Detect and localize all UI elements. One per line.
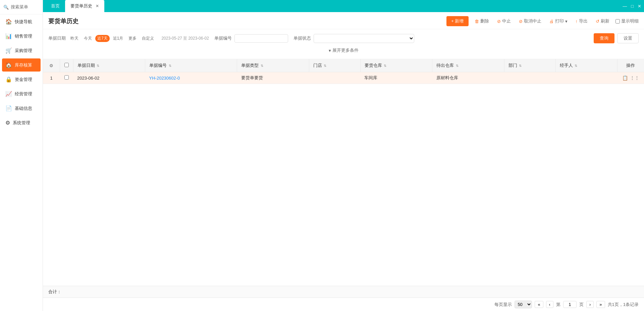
sidebar-item-label: 系统管理 [13, 120, 30, 126]
col-date-label: 单据日期 [77, 63, 95, 68]
doc-number-input[interactable] [234, 34, 288, 43]
sidebar-item-label: 采购管理 [15, 48, 32, 54]
sidebar-item-sales[interactable]: 📊 销售管理 [0, 29, 43, 43]
content-area: 要货单历史 + 新增 🗑 删除 ⊘ 中止 ⊘ 取消中止 🖨 打印 [43, 12, 644, 311]
shortcut-1month[interactable]: 近1月 [111, 35, 125, 42]
summary-label: 合计： [48, 289, 61, 294]
delete-icon: 🗑 [475, 19, 479, 24]
next-page-btn[interactable]: › [586, 301, 594, 308]
delete-label: 删除 [480, 18, 489, 24]
col-handler-header: 经手人 ⇅ [555, 59, 617, 72]
prev-page-btn[interactable]: ‹ [546, 301, 553, 308]
export-button[interactable]: ↑ 导出 [574, 17, 590, 26]
col-req-wh-sort-icon[interactable]: ⇅ [384, 64, 386, 68]
cancel-stop-button[interactable]: ⊘ 取消中止 [517, 17, 543, 26]
row-pending-warehouse: 原材料仓库 [432, 72, 504, 84]
page-label: 第 [556, 302, 560, 308]
print-button[interactable]: 🖨 打印 ▾ [547, 17, 570, 26]
per-page-select[interactable]: 20 50 100 200 [515, 301, 532, 308]
col-dept-sort-icon[interactable]: ⇅ [519, 64, 522, 68]
expand-more-btn[interactable]: ▾ 展开更多条件 [326, 46, 361, 55]
refresh-label: 刷新 [601, 18, 609, 24]
row-handler [555, 72, 617, 84]
maximize-btn[interactable]: □ [631, 4, 634, 9]
col-date-sort-icon[interactable]: ⇅ [97, 64, 99, 68]
delete-button[interactable]: 🗑 删除 [473, 17, 491, 26]
shortcut-more[interactable]: 更多 [126, 35, 139, 42]
filter-area: 单据日期 昨天 今天 近7天 近1月 更多 自定义 2023-05-27 至 2… [43, 29, 644, 59]
sidebar-search[interactable]: 🔍 搜索菜单 [0, 0, 43, 14]
sidebar-item-inventory[interactable]: 🏠 库存核算 [2, 58, 41, 72]
print-label: 打印 [555, 18, 564, 24]
export-icon: ↑ [576, 19, 578, 24]
query-button[interactable]: 查询 [594, 33, 614, 43]
table-gear-icon[interactable]: ⚙ [49, 63, 53, 68]
page-header: 要货单历史 + 新增 🗑 删除 ⊘ 中止 ⊘ 取消中止 🖨 打印 [43, 12, 644, 29]
col-req-wh-label: 要货仓库 [365, 63, 382, 68]
data-table: ⚙ 单据日期 ⇅ 单据编号 ⇅ [43, 59, 644, 84]
main-area: 首页 要货单历史 ✕ — □ ✕ 要货单历史 + 新增 🗑 删除 ⊘ 中 [43, 0, 644, 311]
stop-button[interactable]: ⊘ 中止 [495, 17, 513, 26]
doc-number-filter-group: 单据编号 [214, 34, 288, 43]
total-info: 共1页，1条记录 [608, 302, 639, 308]
minimize-btn[interactable]: — [623, 4, 627, 9]
sidebar-item-operations[interactable]: 📈 经营管理 [0, 87, 43, 101]
col-type-sort-icon[interactable]: ⇅ [261, 64, 263, 68]
sidebar-item-system[interactable]: ⚙ 系统管理 [0, 116, 43, 130]
page-title: 要货单历史 [48, 17, 78, 25]
stop-icon: ⊘ [497, 19, 501, 24]
table-body: 1 2023-06-02 YH-20230602-0 要货单要货 车间库 原材料… [43, 72, 644, 84]
col-store-sort-icon[interactable]: ⇅ [324, 64, 326, 68]
shortcut-today[interactable]: 今天 [82, 35, 94, 42]
expand-icon: ▾ [329, 48, 331, 53]
row-number-link[interactable]: YH-20230602-0 [149, 76, 180, 81]
col-check-header [60, 59, 73, 72]
sidebar-item-purchase[interactable]: 🛒 采购管理 [0, 43, 43, 58]
sidebar-search-label: 搜索菜单 [11, 4, 28, 10]
date-shortcuts: 昨天 今天 近7天 近1月 更多 自定义 [68, 35, 156, 42]
tab-close-icon[interactable]: ✕ [96, 4, 99, 8]
cancel-stop-label: 取消中止 [524, 18, 541, 24]
toolbar: + 新增 🗑 删除 ⊘ 中止 ⊘ 取消中止 🖨 打印 ▾ [446, 16, 639, 26]
add-button[interactable]: + 新增 [446, 16, 468, 26]
col-handler-label: 经手人 [560, 63, 573, 68]
status-select[interactable] [314, 34, 414, 43]
row-checkbox[interactable] [64, 75, 69, 80]
col-number-label: 单据编号 [149, 63, 167, 68]
row-more-icon[interactable]: ⋮⋮ [630, 75, 639, 81]
row-number: YH-20230602-0 [145, 72, 237, 84]
chart-icon: 📊 [5, 33, 12, 39]
setting-button[interactable]: 设置 [617, 33, 639, 43]
row-edit-icon[interactable]: 📋 [622, 75, 628, 81]
col-store-label: 门店 [313, 63, 322, 68]
sidebar-item-quick-nav[interactable]: 🏠 快捷导航 [0, 14, 43, 29]
row-seq: 1 [43, 72, 60, 84]
row-req-warehouse: 车间库 [360, 72, 432, 84]
tab-requisition-history[interactable]: 要货单历史 ✕ [65, 0, 104, 12]
row-date: 2023-06-02 [73, 72, 145, 84]
last-page-btn[interactable]: » [596, 301, 605, 308]
tab-requisition-label: 要货单历史 [70, 3, 92, 9]
display-detail-checkbox[interactable]: 显示明细 [615, 18, 639, 24]
col-handler-sort-icon[interactable]: ⇅ [575, 64, 577, 68]
close-btn[interactable]: ✕ [638, 4, 641, 9]
status-filter-group: 单据状态 [293, 34, 588, 43]
tab-home[interactable]: 首页 [46, 0, 65, 12]
first-page-btn[interactable]: « [535, 301, 543, 308]
gear-icon: ⚙ [5, 120, 10, 126]
select-all-checkbox[interactable] [64, 63, 69, 67]
sidebar-item-finance[interactable]: 🔒 资金管理 [0, 72, 43, 87]
shortcut-yesterday[interactable]: 昨天 [68, 35, 80, 42]
expand-label: 展开更多条件 [332, 47, 359, 53]
shortcut-7days[interactable]: 近7天 [95, 35, 110, 42]
table-row: 1 2023-06-02 YH-20230602-0 要货单要货 车间库 原材料… [43, 72, 644, 84]
date-filter-label: 单据日期 [48, 35, 66, 41]
col-pending-wh-sort-icon[interactable]: ⇅ [456, 64, 459, 68]
shortcut-custom[interactable]: 自定义 [140, 35, 156, 42]
page-number-input[interactable] [563, 301, 577, 308]
display-detail-check[interactable] [615, 19, 620, 24]
refresh-button[interactable]: ↺ 刷新 [594, 17, 611, 26]
sidebar-item-basic-info[interactable]: 📄 基础信息 [0, 101, 43, 116]
col-number-sort-icon[interactable]: ⇅ [169, 64, 171, 68]
row-actions: 📋 ⋮⋮ [617, 72, 644, 84]
